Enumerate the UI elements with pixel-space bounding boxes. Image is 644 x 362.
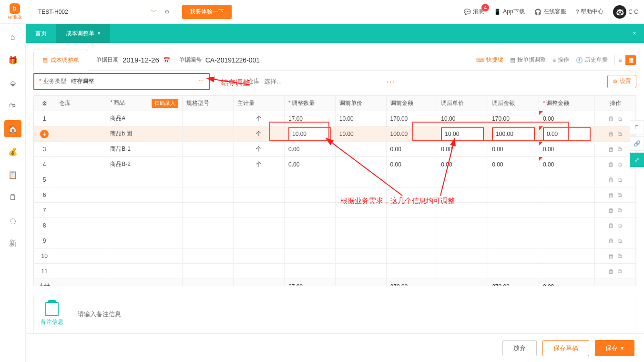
cell-spec[interactable]	[183, 157, 234, 172]
save-draft-button[interactable]: 保存草稿	[542, 340, 589, 356]
cell-warehouse[interactable]	[55, 126, 106, 142]
cell-qty[interactable]	[284, 203, 335, 218]
copy-icon[interactable]: ⧉	[618, 146, 622, 153]
by-doc-link[interactable]: ▤按单据调整	[510, 56, 546, 64]
tab-home[interactable]: 首页	[26, 24, 56, 43]
cell-qty[interactable]	[284, 248, 335, 264]
th-gear[interactable]: ⚙	[34, 96, 55, 111]
cell-post-amt[interactable]	[488, 233, 539, 248]
cell-post-amt[interactable]	[488, 172, 539, 187]
cell-product[interactable]: 商品B-1	[106, 142, 183, 157]
delete-icon[interactable]: 🗑	[608, 146, 614, 153]
app-download-link[interactable]: 📱 App下载	[494, 8, 524, 16]
copy-icon[interactable]: ⧉	[618, 268, 622, 275]
th-pre-price[interactable]: 调前单价	[335, 96, 386, 111]
cell-pre-price[interactable]	[335, 172, 386, 187]
cell-post-price[interactable]: 0.00	[437, 157, 488, 172]
cell-pre-price[interactable]	[335, 233, 386, 248]
cell-qty[interactable]	[284, 264, 335, 279]
cell-warehouse[interactable]	[55, 142, 106, 157]
cell-adj-amt[interactable]	[539, 233, 594, 248]
table-row[interactable]: +商品b 固个10.0010.00100.0010.00100.000.00🗑⧉	[34, 126, 636, 142]
cell-post-amt[interactable]: 170.00	[488, 111, 539, 126]
org-select[interactable]: TEST-H002 ﹀	[38, 5, 157, 19]
table-row[interactable]: 6🗑⧉	[34, 187, 636, 203]
cell-warehouse[interactable]	[55, 203, 106, 218]
delete-icon[interactable]: 🗑	[608, 131, 614, 137]
cell-pre-amt[interactable]: 100.00	[386, 126, 437, 142]
cell-adj-amt[interactable]	[539, 203, 594, 218]
cell-product[interactable]	[106, 218, 183, 233]
table-row[interactable]: 5🗑⧉	[34, 172, 636, 187]
remarks-input[interactable]	[78, 310, 632, 318]
cell-post-price[interactable]: 10.00	[437, 111, 488, 126]
cell-post-price[interactable]	[437, 233, 488, 248]
cell-spec[interactable]	[183, 126, 234, 142]
table-row[interactable]: 11🗑⧉	[34, 264, 636, 279]
cell-product[interactable]: 商品B-2	[106, 157, 183, 172]
th-unit[interactable]: 主计量	[234, 96, 285, 111]
calendar-icon[interactable]: 📅	[163, 57, 170, 63]
th-post-amt[interactable]: 调后金额	[488, 96, 539, 111]
delete-icon[interactable]: 🗑	[608, 115, 614, 122]
cell-pre-price[interactable]	[335, 218, 386, 233]
cell-warehouse[interactable]	[55, 264, 106, 279]
table-row[interactable]: 8🗑⧉	[34, 218, 636, 233]
cell-post-price[interactable]	[437, 248, 488, 264]
cell-warehouse[interactable]	[55, 233, 106, 248]
cell-adj-amt[interactable]	[539, 218, 594, 233]
cell-spec[interactable]	[183, 218, 234, 233]
messages-link[interactable]: 💬 消息 4	[464, 8, 484, 16]
cell-post-amt[interactable]: 0.00	[488, 142, 539, 157]
cell-adj-amt[interactable]	[539, 187, 594, 203]
warehouse-input[interactable]	[264, 78, 378, 85]
cell-spec[interactable]	[183, 233, 234, 248]
th-warehouse[interactable]: 仓库	[55, 96, 106, 111]
dock-link-icon[interactable]: 🔗	[630, 136, 644, 151]
cell-pre-price[interactable]: 10.00	[335, 126, 386, 142]
delete-icon[interactable]: 🗑	[608, 207, 614, 214]
nav-warehouse-icon[interactable]: 🏠	[4, 120, 21, 137]
cell-pre-amt[interactable]: 0.00	[386, 142, 437, 157]
table-row[interactable]: 3商品B-1个0.000.000.000.000.00🗑⧉	[34, 142, 636, 157]
cell-adj-amt[interactable]	[539, 264, 594, 279]
copy-icon[interactable]: ⧉	[618, 253, 622, 259]
cell-pre-price[interactable]	[335, 248, 386, 264]
cell-qty[interactable]: 17.00	[284, 111, 335, 126]
dock-note-icon[interactable]: 🗒	[630, 120, 644, 134]
table-row[interactable]: 4商品B-2个0.000.000.000.000.00🗑⧉	[34, 157, 636, 172]
th-pre-amt[interactable]: 调前金额	[386, 96, 437, 111]
more-icon[interactable]: ⋯	[386, 76, 395, 87]
cell-spec[interactable]	[183, 203, 234, 218]
nav-home-icon[interactable]: ⌂	[4, 29, 21, 46]
cell-pre-amt[interactable]	[386, 233, 437, 248]
cell-pre-amt[interactable]	[386, 264, 437, 279]
cell-spec[interactable]	[183, 172, 234, 187]
delete-icon[interactable]: 🗑	[608, 238, 614, 244]
cell-spec[interactable]	[183, 111, 234, 126]
cell-post-price[interactable]	[437, 172, 488, 187]
cell-spec[interactable]	[183, 142, 234, 157]
cell-pre-amt[interactable]	[386, 248, 437, 264]
online-service-link[interactable]: 🎧 在线客服	[534, 8, 566, 16]
delete-icon[interactable]: 🗑	[608, 268, 614, 275]
gear-icon[interactable]: ⚙	[161, 9, 173, 15]
cell-qty[interactable]: 0.00	[284, 142, 335, 157]
copy-icon[interactable]: ⧉	[618, 192, 622, 198]
cell-qty[interactable]: 0.00	[284, 157, 335, 172]
nav-new-icon[interactable]: 新	[4, 235, 21, 252]
nav-clipboard-icon[interactable]: 📋	[4, 166, 21, 183]
copy-icon[interactable]: ⧉	[618, 161, 622, 168]
view-grid-icon[interactable]: ▦	[625, 55, 636, 65]
cell-post-price[interactable]: 0.00	[437, 142, 488, 157]
cell-adj-amt[interactable]	[539, 172, 594, 187]
cell-warehouse[interactable]	[55, 187, 106, 203]
delete-icon[interactable]: 🗑	[608, 192, 614, 198]
cell-warehouse[interactable]	[55, 172, 106, 187]
cell-post-amt[interactable]: 0.00	[488, 157, 539, 172]
cell-pre-amt[interactable]: 170.00	[386, 111, 437, 126]
nav-ring-icon[interactable]: ◌	[4, 212, 21, 229]
cell-post-amt[interactable]	[488, 218, 539, 233]
cell-adj-amt[interactable]: 0.00	[539, 142, 594, 157]
copy-icon[interactable]: ⧉	[618, 238, 622, 244]
